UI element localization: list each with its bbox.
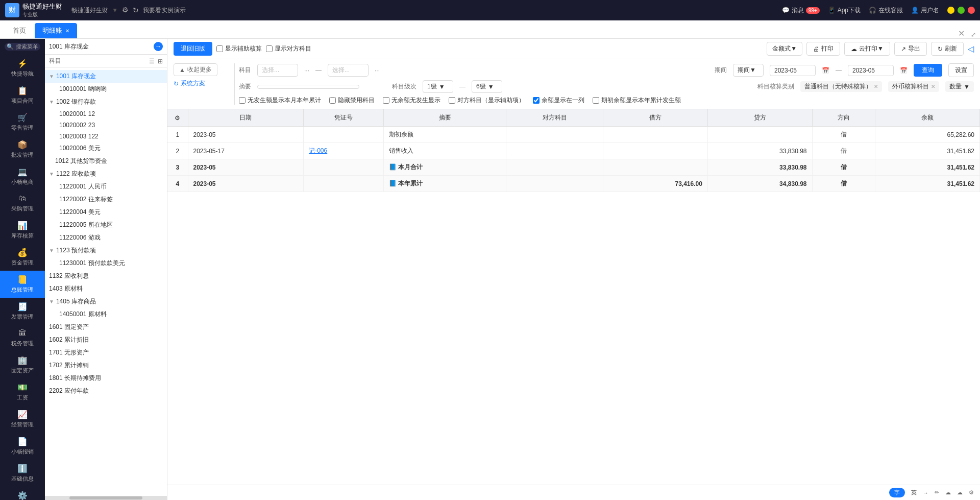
tree-item-14050001[interactable]: 14050001 原材料 [45, 308, 167, 321]
period-calendar-icon[interactable]: 📅 [822, 67, 829, 74]
status-icon-gear[interactable]: ⚙ [969, 489, 974, 496]
tree-item-1801[interactable]: 1801 长期待摊费用 [45, 372, 167, 385]
sidebar-item-ledger[interactable]: 📒 总账管理 [0, 271, 45, 298]
maximize-btn[interactable] [958, 7, 965, 14]
kemu-list-icon[interactable]: ☰ [149, 58, 155, 65]
checkbox-hide-disabled[interactable]: 隐藏禁用科目 [329, 96, 375, 105]
status-icon-cloud1[interactable]: ☁ [945, 489, 951, 496]
checkbox-no-amount-input[interactable] [239, 97, 246, 104]
cloud-print-btn[interactable]: ☁ 云打印▼ [844, 42, 890, 56]
checkbox-no-balance-input[interactable] [383, 97, 389, 104]
sidebar-item-system[interactable]: ⚙️ 系统管理 [0, 487, 45, 500]
checkbox-hide-disabled-input[interactable] [329, 97, 336, 104]
sidebar-item-purchase[interactable]: 🛍 采购管理 [0, 190, 45, 217]
period-type-select[interactable]: 期间▼ [733, 64, 764, 77]
show-helper-input[interactable] [216, 45, 223, 52]
expand-more-btn[interactable]: ▲ 收起更多 [174, 63, 217, 76]
tree-item-1405[interactable]: ▼ 1405 库存商品 [45, 295, 167, 308]
tag-close-waibi[interactable]: ✕ [931, 84, 935, 89]
setting-btn[interactable]: 设置 [948, 63, 974, 77]
panel-close-btn[interactable]: ✕ [956, 29, 967, 38]
tree-item-11220004[interactable]: 11220004 美元 [45, 206, 167, 219]
checkbox-no-amount[interactable]: 无发生额显示本月本年累计 [239, 96, 321, 105]
tree-item-1001[interactable]: ▼ 1001 库存现金 [45, 70, 167, 83]
sidebar-item-project[interactable]: 📋 项目合同 [0, 82, 45, 109]
show-helper-checkbox[interactable]: 显示辅助核算 [216, 44, 262, 53]
sidebar-item-tax[interactable]: 🏛 税务管理 [0, 325, 45, 351]
kemu-filter-icon[interactable]: ⊞ [158, 58, 163, 65]
scheme-btn[interactable]: ↻ 系统方案 [174, 79, 230, 88]
tree-item-1403[interactable]: 1403 原材料 [45, 282, 167, 295]
sidebar-item-operations[interactable]: 📈 经营管理 [0, 406, 45, 433]
status-icon-cloud2[interactable]: ☁ [957, 489, 963, 496]
window-close-btn[interactable] [968, 7, 975, 14]
lang-btn[interactable]: 英 [911, 489, 917, 496]
kemu-more-icon2[interactable]: ··· [375, 67, 380, 74]
checkbox-balance-col[interactable]: 余额显示在一列 [533, 96, 584, 105]
online-service-btn[interactable]: 🎧 在线客服 [869, 6, 903, 15]
sidebar-item-inventory[interactable]: 📊 库存核算 [0, 217, 45, 244]
checkbox-no-balance[interactable]: 无余额无发生显示 [383, 96, 440, 105]
tree-item-10020003[interactable]: 10020003 122 [45, 131, 167, 142]
tree-item-1122[interactable]: ▼ 1122 应收款项 [45, 168, 167, 180]
checkbox-contra-input[interactable] [449, 97, 455, 104]
query-btn[interactable]: 查询 [914, 64, 942, 77]
voucher-link-006[interactable]: 记-006 [304, 143, 384, 159]
tree-item-2202[interactable]: 2202 应付年款 [45, 385, 167, 397]
message-btn[interactable]: 💬 消息 99+ [782, 6, 820, 15]
period-end-input[interactable]: 2023-05 [848, 65, 894, 76]
period-calendar-icon2[interactable]: 📅 [900, 67, 908, 74]
sidebar-item-wholesale[interactable]: 📦 批发管理 [0, 136, 45, 163]
tree-item-1002[interactable]: ▼ 1002 银行存款 [45, 96, 167, 108]
status-icon-edit[interactable]: ✏ [935, 489, 939, 496]
show-contra-checkbox[interactable]: 显示对方科目 [266, 44, 311, 53]
status-icon-arrow[interactable]: → [923, 490, 928, 496]
tree-item-11220002[interactable]: 11220002 往来标签 [45, 193, 167, 206]
sidebar-item-salary[interactable]: 💵 工资 [0, 378, 45, 406]
tree-item-11220001[interactable]: 11220001 人民币 [45, 180, 167, 193]
sidebar-item-expense[interactable]: 📄 小畅报销 [0, 433, 45, 460]
sidebar-item-retail[interactable]: 🛒 零售管理 [0, 109, 45, 136]
user-avatar[interactable]: 👤 用户名 [911, 6, 939, 15]
tree-item-10020001[interactable]: 10020001 12 [45, 108, 167, 120]
level-end-select[interactable]: 6级 ▼ [472, 80, 502, 93]
kemu-more-icon[interactable]: ··· [304, 67, 309, 74]
tree-item-10020002[interactable]: 10020002 23 [45, 120, 167, 131]
panel-expand-btn[interactable]: ⤢ [971, 31, 976, 38]
kemu-input-start[interactable]: 选择... [257, 64, 298, 77]
sidebar-item-invoice[interactable]: 🧾 发票管理 [0, 298, 45, 325]
back-old-version-btn[interactable]: 退回旧版 [174, 42, 212, 56]
tree-item-11220006[interactable]: 11220006 游戏 [45, 231, 167, 244]
tab-close-icon[interactable]: ✕ [65, 28, 69, 34]
checkbox-initial-balance-input[interactable] [593, 97, 599, 104]
period-start-input[interactable]: 2023-05 [770, 65, 816, 76]
tree-item-1012[interactable]: 1012 其他货币资金 [45, 155, 167, 168]
tree-item-11230001[interactable]: 11230001 预付款款美元 [45, 257, 167, 270]
tree-item-1132[interactable]: 1132 应收利息 [45, 270, 167, 282]
sidebar-item-basic[interactable]: ℹ️ 基础信息 [0, 460, 45, 487]
tab-ledger[interactable]: 明细账 ✕ [35, 23, 77, 38]
sidebar-item-capital[interactable]: 💰 资金管理 [0, 244, 45, 271]
sidebar-item-asset[interactable]: 🏢 固定资产 [0, 351, 45, 378]
col-settings[interactable]: ⚙ [167, 109, 188, 127]
sidebar-item-kuaijie[interactable]: ⚡ 快捷导航 [0, 55, 45, 82]
settings-icon[interactable]: ⚙ [122, 6, 129, 14]
tab-home[interactable]: 首页 [5, 23, 34, 38]
tree-item-1123[interactable]: ▼ 1123 预付款项 [45, 244, 167, 257]
view-mode-btn[interactable]: 金额式▼ [767, 42, 802, 56]
translate-btn[interactable]: 字 [889, 488, 905, 497]
account-select-btn[interactable]: → [154, 42, 163, 51]
summary-input[interactable] [257, 85, 359, 89]
side-arrow-icon[interactable]: ◁ [968, 44, 974, 54]
minimize-btn[interactable] [947, 7, 954, 14]
sidebar-item-ecommerce[interactable]: 💻 小畅电商 [0, 163, 45, 190]
tree-item-1602[interactable]: 1602 累计折旧 [45, 334, 167, 346]
demo-link[interactable]: ↻ 我要看实例演示 [133, 6, 186, 15]
tree-item-10010001[interactable]: 10010001 哟哟哟 [45, 83, 167, 96]
sidebar-search[interactable]: 🔍 搜索菜单 [5, 43, 40, 51]
level-start-select[interactable]: 1级 ▼ [423, 80, 453, 93]
export-btn[interactable]: ↗ 导出 [894, 42, 927, 56]
checkbox-contra[interactable]: 对方科目（显示辅助项） [449, 96, 525, 105]
print-btn[interactable]: 🖨 打印 [806, 42, 840, 56]
tree-item-1601[interactable]: 1601 固定资产 [45, 321, 167, 334]
